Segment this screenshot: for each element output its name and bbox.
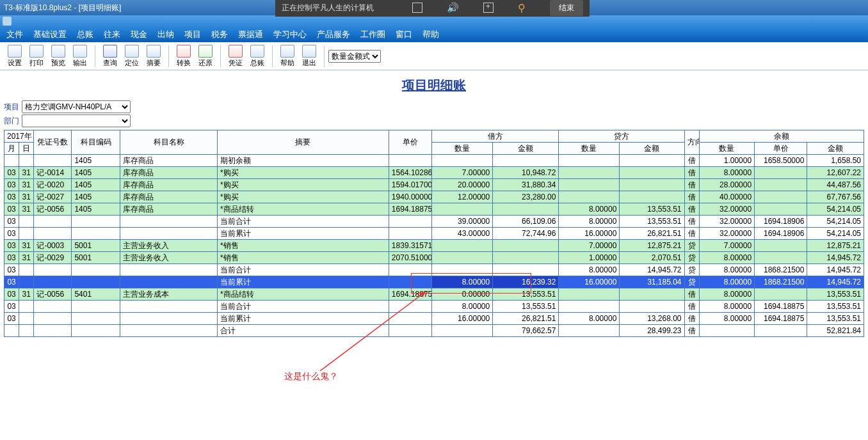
th-bp: 单价 [755,143,807,155]
th-cq: 数量 [559,143,620,155]
th-summary: 摘要 [218,130,389,155]
dept-label: 部门 [4,116,19,127]
tb-预览[interactable]: 预览 [47,45,69,68]
display-mode-select[interactable]: 数量金额式 [328,50,381,63]
menu-往来[interactable]: 往来 [104,29,120,40]
tb-定位[interactable]: 定位 [121,45,143,68]
table-row[interactable]: 0331记-00295001主营业务收入*销售2070.510001.00000… [4,252,864,264]
menu-学习中心[interactable]: 学习中心 [273,29,307,40]
annotation-text: 这是什么鬼？ [284,371,338,382]
tb-退出[interactable]: 退出 [298,45,320,68]
tb-帮助[interactable]: 帮助 [277,45,298,68]
tb-凭证[interactable]: 凭证 [225,45,246,68]
table-row[interactable]: 03当前累计43.0000072,744.9616.0000026,821.51… [4,228,864,240]
table-row[interactable]: 0331记-00565401主营业务成本*商品结转1694.188750.000… [4,288,864,301]
proj-label: 项目 [4,102,19,113]
window-title: T3-标准版10.8plus2 - [项目明细账] [4,3,121,13]
quick-access [0,15,868,27]
th-month: 月 [4,143,19,155]
th-bq: 数量 [699,143,754,155]
tb-查询[interactable]: 查询 [99,45,121,68]
table-row[interactable]: 03当前累计8.0000016,239.3216.0000031,185.04贷… [4,276,864,288]
table-row[interactable]: 03当前合计39.0000066,109.068.0000013,553.51借… [4,216,864,228]
table-row[interactable]: 0331记-00271405库存商品*购买1940.0000012.000002… [4,191,864,203]
ledger-table[interactable]: 2017年 凭证号数 科目编码 科目名称 摘要 单价 借方 贷方 方向 余额 月… [4,130,864,337]
table-row[interactable]: 03当前累计16.0000026,821.518.0000013,268.00借… [4,313,864,325]
menu-税务[interactable]: 税务 [211,29,228,40]
th-debit: 借方 [432,130,559,143]
th-code: 科目编码 [72,130,120,155]
speaker-icon[interactable]: 🔊 [447,2,459,13]
th-credit: 贷方 [559,130,684,143]
menu-帮助[interactable]: 帮助 [422,29,439,40]
remote-text: 正在控制平凡人生的计算机 [282,3,374,13]
th-price: 单价 [389,130,431,155]
screen-icon[interactable] [412,3,422,13]
project-select[interactable]: 格力空调GMV-NH40PL/A [22,100,131,113]
table-row[interactable]: 03当前合计8.0000014,945.72贷8.000001868.21500… [4,264,864,276]
tb-输出[interactable]: 输出 [69,45,91,68]
th-dir: 方向 [684,130,699,155]
tb-摘要[interactable]: 摘要 [143,45,165,68]
menu-工作圈[interactable]: 工作圈 [360,29,385,40]
table-row[interactable]: 0331记-00141405库存商品*购买1564.102867.0000010… [4,167,864,179]
table-row[interactable]: 合计79,662.5728,499.23借52,821.84 [4,325,864,337]
th-voucher: 凭证号数 [34,130,72,155]
th-year: 2017年 [4,130,34,143]
th-ca: 金额 [620,143,684,155]
plus-icon[interactable]: + [483,3,494,13]
menu-项目[interactable]: 项目 [184,29,201,40]
table-row[interactable]: 0331记-00035001主营业务收入*销售1839.315717.00000… [4,240,864,252]
menu-窗口[interactable]: 窗口 [396,29,412,40]
th-ba: 金额 [807,143,864,155]
th-balance: 余额 [699,130,864,143]
table-row[interactable]: 03当前合计8.0000013,553.51借8.000001694.18875… [4,301,864,313]
menu-基础设置[interactable]: 基础设置 [33,29,67,40]
th-day: 日 [19,143,34,155]
tb-总账[interactable]: 总账 [246,45,268,68]
menu-出纳[interactable]: 出纳 [157,29,174,40]
remote-control-bar: 正在控制平凡人生的计算机 🔊 + ⚲ 结束 [275,0,590,17]
table-row[interactable]: 0331记-00201405库存商品*购买1594.0170020.000003… [4,179,864,191]
pin-icon[interactable]: ⚲ [518,2,526,14]
table-row[interactable]: 1405库存商品期初余额借1.000001658.500001,658.50 [4,155,864,167]
tb-设置[interactable]: 设置 [4,45,26,68]
menu-票据通[interactable]: 票据通 [238,29,263,40]
end-button[interactable]: 结束 [550,0,583,16]
page-title: 项目明细账 [4,77,864,94]
th-name: 科目名称 [120,130,218,155]
th-da: 金额 [493,143,559,155]
dept-select[interactable] [22,114,131,127]
menu-产品服务[interactable]: 产品服务 [317,29,350,40]
menu-现金[interactable]: 现金 [131,29,147,40]
tb-打印[interactable]: 打印 [26,45,47,68]
tb-还原[interactable]: 还原 [195,45,216,68]
table-row[interactable]: 0331记-00561405库存商品*商品结转1694.188758.00000… [4,203,864,216]
menu-总账[interactable]: 总账 [77,29,93,40]
menu-文件[interactable]: 文件 [6,29,23,40]
th-dq: 数量 [432,143,493,155]
tb-转换[interactable]: 转换 [173,45,195,68]
